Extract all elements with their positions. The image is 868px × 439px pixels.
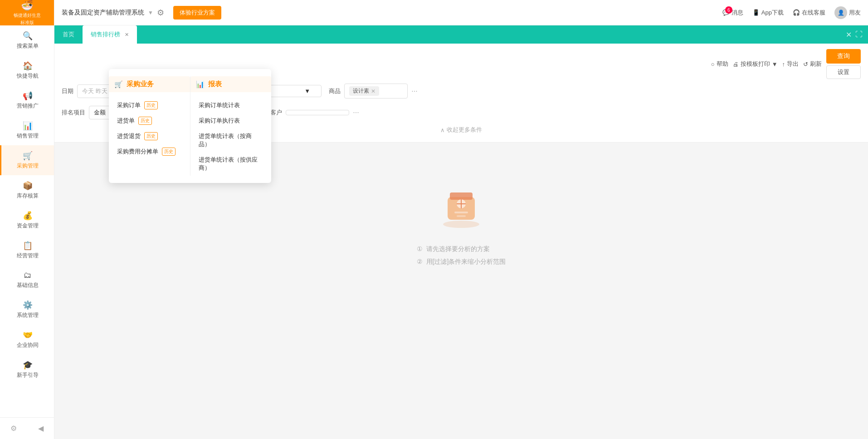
- help-btn[interactable]: ○ 帮助: [711, 60, 728, 68]
- message-badge: 6: [725, 6, 732, 14]
- enterprise-icon: 🤝: [23, 330, 33, 340]
- tab-minimize-icon[interactable]: ✕: [846, 30, 852, 39]
- print-chevron-icon: ▼: [772, 61, 778, 68]
- empty-hint-2: ② 用[过滤]条件来缩小分析范围: [417, 255, 506, 268]
- goods-input[interactable]: 设计素 ✕: [344, 84, 408, 99]
- svg-rect-2: [450, 192, 473, 200]
- main-content: 装备及固定资产辅助管理系统 ▼ ⚙ 体验行业方案 💬 6 消息 📱 App下载 …: [54, 0, 868, 439]
- purchase-col-header: 🛒 采购业务: [109, 76, 190, 92]
- settings-icon[interactable]: ⚙: [157, 8, 164, 18]
- goods-tag: 设计素 ✕: [349, 86, 379, 96]
- tab-maximize-icon[interactable]: ⛶: [855, 30, 863, 39]
- hint-num-1: ①: [417, 242, 423, 255]
- goods-label: 商品: [329, 87, 341, 95]
- sidebar-label-system: 系统管理: [17, 311, 39, 319]
- purchase-col: 🛒 采购业务 采购订单 历史 进货单 历史 进货退货 历史 采购费用分摊单: [109, 76, 190, 176]
- support-action[interactable]: 🎧 在线客服: [793, 9, 825, 17]
- svg-rect-7: [457, 215, 466, 217]
- purchase-col-title: 采购业务: [127, 80, 154, 89]
- marketing-icon: 📢: [23, 91, 33, 101]
- sidebar-item-basic[interactable]: 🗂 基础信息: [0, 265, 54, 295]
- sidebar-item-inventory[interactable]: 📦 库存核算: [0, 175, 54, 205]
- report-order-stat-item[interactable]: 采购订单统计表: [196, 98, 266, 113]
- action-btns: 查询 设置: [826, 49, 861, 79]
- finance-icon: 💰: [23, 211, 33, 221]
- goods-tag-text: 设计素: [353, 87, 369, 95]
- app-icon: 📱: [752, 9, 760, 16]
- rank-label: 排名项目: [62, 109, 85, 117]
- set-button[interactable]: 设置: [826, 65, 861, 79]
- report-inbound-supplier-label: 进货单统计表（按供应商）: [199, 156, 263, 172]
- refresh-label: 刷新: [810, 60, 822, 68]
- sidebar-label-purchase: 采购管理: [17, 162, 39, 170]
- purchase-inbound-item[interactable]: 进货单 历史: [114, 113, 185, 128]
- date-yesterday[interactable]: 昨天: [96, 87, 107, 95]
- purchase-order-label: 采购订单: [117, 101, 141, 109]
- report-order-exec-label: 采购订单执行表: [199, 117, 240, 125]
- export-label: 导出: [787, 60, 799, 68]
- top-header: 装备及固定资产辅助管理系统 ▼ ⚙ 体验行业方案 💬 6 消息 📱 App下载 …: [54, 0, 868, 25]
- sidebar-item-system[interactable]: ⚙️ 系统管理: [0, 295, 54, 325]
- date-today[interactable]: 今天: [82, 87, 94, 95]
- user-action[interactable]: 👤 用友: [834, 6, 861, 19]
- sidebar-item-enterprise[interactable]: 🤝 企业协同: [0, 325, 54, 355]
- industry-btn[interactable]: 体验行业方案: [173, 6, 221, 20]
- customer-label: 客户: [270, 109, 282, 117]
- sidebar-item-purchase[interactable]: 🛒 采购管理: [0, 145, 54, 175]
- purchase-return-history-badge: 历史: [144, 132, 158, 140]
- query-button[interactable]: 查询: [826, 49, 861, 64]
- sidebar-label-quick: 快捷导航: [17, 72, 39, 80]
- sidebar-nav: 🔍 搜索菜单 🏠 快捷导航 📢 营销推广 📊 销售管理 🛒 采购管理 📦 库存核…: [0, 25, 54, 417]
- tab-close-icon[interactable]: ✕: [125, 32, 129, 38]
- purchase-order-history-badge: 历史: [144, 101, 158, 109]
- print-btn[interactable]: 🖨 按模板打印 ▼: [733, 60, 778, 68]
- purchase-inbound-label: 进货单: [117, 117, 135, 125]
- sidebar-label-inventory: 库存核算: [17, 192, 39, 200]
- message-label: 消息: [731, 9, 743, 17]
- sidebar-item-marketing[interactable]: 📢 营销推广: [0, 85, 54, 115]
- system-name-text: 装备及固定资产辅助管理系统: [62, 9, 144, 17]
- customer-ellipsis[interactable]: ···: [353, 109, 359, 117]
- goods-ellipsis[interactable]: ···: [411, 87, 417, 95]
- empty-hint-1: ① 请先选择要分析的方案: [417, 242, 506, 255]
- tab-sales-rank[interactable]: 销售排行榜 ✕: [83, 25, 137, 44]
- support-icon: 🎧: [793, 9, 800, 16]
- search-icon: 🔍: [23, 31, 33, 41]
- sidebar: 🍜 畅捷通好生意 标准版 🔍 搜索菜单 🏠 快捷导航 📢 营销推广 📊 销售管理…: [0, 0, 54, 439]
- customer-input[interactable]: [286, 110, 349, 115]
- empty-hints: ① 请先选择要分析的方案 ② 用[过滤]条件来缩小分析范围: [417, 242, 506, 268]
- user-label: 用友: [849, 9, 861, 17]
- sidebar-item-finance[interactable]: 💰 资金管理: [0, 205, 54, 235]
- hint-text-1: 请先选择要分析的方案: [426, 242, 490, 255]
- refresh-btn[interactable]: ↺ 刷新: [803, 60, 822, 68]
- purchase-expense-item[interactable]: 采购费用分摊单 历史: [114, 144, 185, 159]
- purchase-order-item[interactable]: 采购订单 历史: [114, 98, 185, 113]
- sidebar-item-operation[interactable]: 📋 经营管理: [0, 235, 54, 265]
- purchase-return-item[interactable]: 进货退货 历史: [114, 128, 185, 144]
- purchase-inbound-history-badge: 历史: [138, 117, 152, 125]
- report-inbound-goods-item[interactable]: 进货单统计表（按商品）: [196, 128, 266, 152]
- newbie-icon: 🎓: [23, 360, 33, 370]
- tab-home-label: 首页: [63, 30, 74, 39]
- report-col-header: 📊 报表: [190, 76, 272, 92]
- collapse-sidebar-btn[interactable]: ◀: [34, 422, 47, 434]
- sidebar-item-sales[interactable]: 📊 销售管理: [0, 115, 54, 145]
- system-icon: ⚙️: [23, 300, 33, 310]
- sidebar-item-quick[interactable]: 🏠 快捷导航: [0, 55, 54, 85]
- empty-icon: [434, 179, 488, 233]
- inventory-icon: 📦: [23, 181, 33, 191]
- sidebar-label-finance: 资金管理: [17, 222, 39, 230]
- report-order-exec-item[interactable]: 采购订单执行表: [196, 113, 266, 128]
- goods-tag-close-icon[interactable]: ✕: [371, 88, 375, 94]
- settings-bottom-btn[interactable]: ⚙: [7, 422, 20, 434]
- logo-sub-text: 标准版: [20, 20, 34, 26]
- sidebar-item-search[interactable]: 🔍 搜索菜单: [0, 25, 54, 55]
- app-download-action[interactable]: 📱 App下载: [752, 9, 784, 17]
- logo-text: 畅捷通好生意: [14, 12, 41, 19]
- report-inbound-supplier-item[interactable]: 进货单统计表（按供应商）: [196, 152, 266, 176]
- page-body: ○ 帮助 🖨 按模板打印 ▼ ↑ 导出 ↺ 刷新 查询: [54, 44, 868, 439]
- export-btn[interactable]: ↑ 导出: [782, 60, 799, 68]
- tab-home[interactable]: 首页: [54, 25, 83, 44]
- message-action[interactable]: 💬 6 消息: [722, 9, 743, 17]
- sidebar-item-newbie[interactable]: 🎓 新手引导: [0, 355, 54, 385]
